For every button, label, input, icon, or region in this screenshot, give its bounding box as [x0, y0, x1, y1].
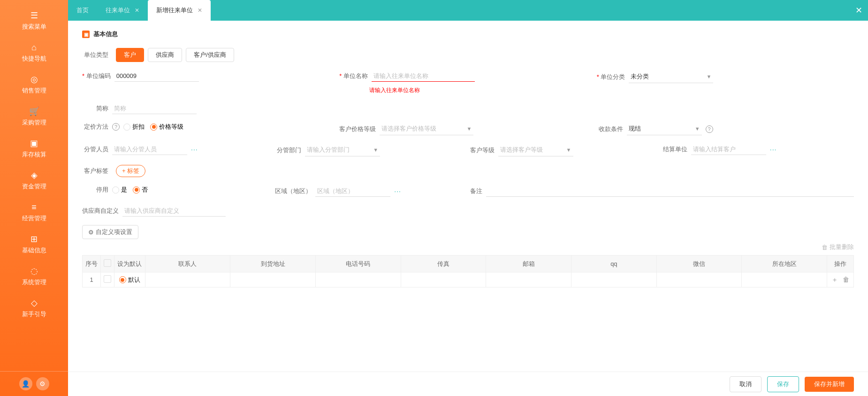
row-index: 1	[83, 272, 101, 287]
unit-type-label: 单位类型	[82, 51, 108, 59]
basic-icon: ⊞	[29, 234, 39, 244]
row-address-input[interactable]	[233, 276, 312, 283]
manager-more-icon[interactable]: ···	[191, 146, 198, 153]
radio-price-level-outer	[150, 124, 157, 131]
radio-discount-label: 折扣	[132, 123, 145, 131]
row-qq-input[interactable]	[574, 276, 654, 283]
cancel-button[interactable]: 取消	[730, 376, 761, 392]
sidebar-item-system[interactable]: ◌ 系统管理	[0, 260, 68, 292]
sidebar: ☰ 搜索菜单 ⌂ 快捷导航 ◎ 销售管理 🛒 采购管理 ▣ 库存核算 ◈ 资金管…	[0, 0, 68, 396]
sidebar-item-label: 资金管理	[22, 182, 46, 191]
sidebar-item-purchase[interactable]: 🛒 采购管理	[0, 101, 68, 132]
custom-settings-label: 自定义项设置	[96, 228, 132, 236]
tab-new-partner[interactable]: 新增往来单位 ✕	[148, 0, 211, 21]
row-region-input[interactable]	[745, 276, 824, 283]
row-wechat-input[interactable]	[660, 276, 739, 283]
unit-type-customer-btn[interactable]: 客户	[116, 48, 144, 62]
settlement-unit-more-icon[interactable]: ···	[770, 146, 777, 153]
unit-type-supplier-btn[interactable]: 供应商	[148, 48, 182, 62]
payment-terms-field: 收款条件 现结 ▼ ?	[597, 123, 854, 135]
tab-partners-close[interactable]: ✕	[135, 7, 139, 14]
row-phone-input[interactable]	[319, 276, 398, 283]
customer-price-level-arrow-icon: ▼	[466, 126, 472, 132]
row-delete-button[interactable]: 🗑	[841, 276, 851, 283]
save-new-button[interactable]: 保存并新增	[805, 377, 854, 392]
col-qq: qq	[571, 256, 657, 272]
section-header: ▣ 基本信息	[82, 30, 854, 39]
radio-price-level-inner	[152, 125, 156, 129]
sidebar-item-inventory[interactable]: ▣ 库存核算	[0, 132, 68, 164]
unit-name-input[interactable]	[372, 70, 475, 82]
radio-discount-outer	[123, 124, 130, 131]
search-menu-icon: ☰	[29, 10, 39, 21]
sidebar-item-newbie[interactable]: ◇ 新手引导	[0, 292, 68, 324]
radio-yes-outer	[112, 186, 119, 194]
col-phone: 电话号码	[315, 256, 401, 272]
newbie-icon: ◇	[29, 298, 39, 308]
row-contact-input[interactable]	[148, 276, 228, 283]
customer-level-select[interactable]: 请选择客户等级 ▼	[498, 144, 573, 156]
department-select[interactable]: 请输入分管部门 ▼	[305, 144, 380, 156]
sidebar-item-sales[interactable]: ◎ 销售管理	[0, 69, 68, 101]
supplier-custom-field: 供应商自定义	[82, 205, 275, 217]
payment-terms-select[interactable]: 现结 ▼	[627, 123, 702, 135]
region-input[interactable]	[315, 186, 390, 197]
batch-delete-area[interactable]: 🗑 批量删除	[82, 243, 854, 251]
row-default-radio-inner	[121, 278, 124, 282]
section-title: 基本信息	[93, 30, 118, 39]
sidebar-item-label: 库存核算	[22, 150, 46, 159]
col-address: 到货地址	[230, 256, 316, 272]
unit-category-select[interactable]: 未分类 ▼	[629, 70, 713, 83]
settings-gear-icon: ⚙	[88, 229, 94, 236]
sidebar-item-search[interactable]: ☰ 搜索菜单	[0, 5, 68, 37]
payment-terms-help-icon[interactable]: ?	[706, 125, 713, 133]
radio-no[interactable]: 否	[133, 186, 148, 194]
add-tag-button[interactable]: + 标签	[116, 165, 145, 177]
unit-type-row: 单位类型 客户 供应商 客户/供应商	[82, 48, 854, 62]
tab-new-partner-close[interactable]: ✕	[198, 7, 202, 14]
unit-category-value: 未分类	[631, 72, 649, 81]
sidebar-user-icon[interactable]: 👤	[19, 377, 32, 390]
row-action: ＋ 🗑	[827, 272, 854, 287]
sidebar-item-operations[interactable]: ≡ 经营管理	[0, 196, 68, 228]
row-add-button[interactable]: ＋	[830, 276, 839, 284]
customer-price-level-label: 客户价格等级	[339, 125, 376, 133]
radio-price-level[interactable]: 价格等级	[150, 123, 183, 131]
row-fax-input[interactable]	[404, 276, 483, 283]
sidebar-settings-icon[interactable]: ⚙	[36, 377, 49, 390]
batch-delete-label: 批量删除	[830, 243, 854, 251]
radio-no-label: 否	[142, 186, 148, 194]
radio-yes[interactable]: 是	[112, 186, 127, 194]
tab-partners[interactable]: 往来单位 ✕	[97, 0, 148, 21]
sidebar-item-quicknav[interactable]: ⌂ 快捷导航	[0, 37, 68, 69]
col-wechat: 微信	[656, 256, 742, 272]
sidebar-item-basic[interactable]: ⊞ 基础信息	[0, 228, 68, 260]
unit-type-both-btn[interactable]: 客户/供应商	[186, 48, 234, 62]
col-checkbox	[101, 256, 114, 272]
row-email-input[interactable]	[489, 276, 568, 283]
settlement-unit-input[interactable]	[691, 144, 766, 155]
col-index: 序号	[83, 256, 101, 272]
unit-code-input[interactable]	[114, 70, 199, 82]
row-checkbox[interactable]	[104, 275, 111, 283]
short-name-label: 简称	[82, 104, 108, 113]
radio-no-outer	[133, 186, 140, 194]
sidebar-item-label: 基础信息	[22, 246, 46, 255]
sidebar-item-capital[interactable]: ◈ 资金管理	[0, 164, 68, 196]
tab-home[interactable]: 首页	[68, 0, 97, 21]
row-default-radio[interactable]: 默认	[117, 276, 142, 284]
pricing-method-help-icon[interactable]: ?	[112, 123, 120, 131]
customer-level-label: 客户等级	[468, 146, 495, 155]
region-more-icon[interactable]: ···	[394, 187, 401, 195]
custom-settings-button[interactable]: ⚙ 自定义项设置	[82, 225, 138, 239]
remarks-input[interactable]	[486, 186, 854, 197]
header-checkbox[interactable]	[104, 259, 111, 267]
save-button[interactable]: 保存	[767, 376, 799, 392]
manager-input[interactable]	[112, 144, 187, 155]
supplier-custom-input[interactable]	[122, 205, 226, 217]
customer-level-field: 客户等级 请选择客户等级 ▼	[468, 144, 661, 156]
window-close-button[interactable]: ✕	[855, 5, 862, 16]
customer-price-level-select[interactable]: 请选择客户价格等级 ▼	[380, 123, 473, 135]
radio-discount[interactable]: 折扣	[123, 123, 145, 131]
short-name-input[interactable]	[112, 103, 197, 114]
